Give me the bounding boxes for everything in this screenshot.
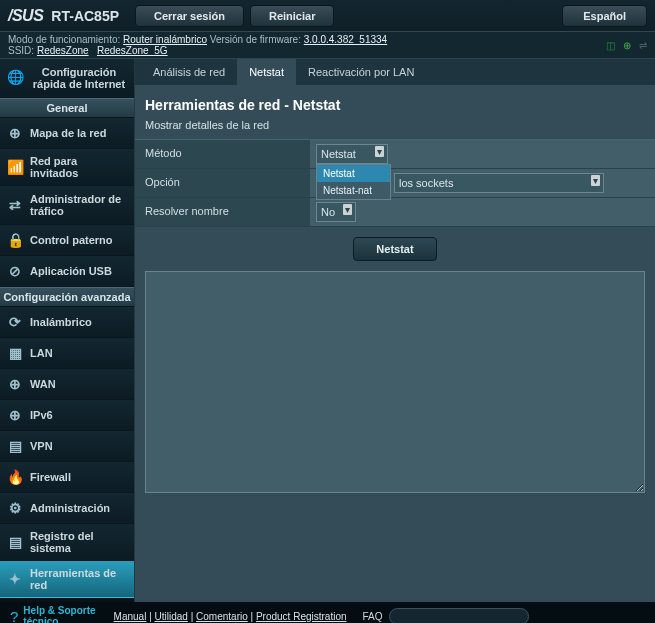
tab-netstat[interactable]: Netstat: [237, 59, 296, 85]
dropdown-opt-netstatnat[interactable]: Netstat-nat: [317, 182, 390, 199]
footer: ? Help & Soportetécnico Manual | Utilida…: [0, 602, 655, 623]
label: Administración: [30, 502, 128, 514]
label: WAN: [30, 378, 128, 390]
faq-search-input[interactable]: [389, 608, 529, 624]
label: Inalámbrico: [30, 316, 128, 328]
option-select[interactable]: los sockets: [394, 173, 604, 193]
sidebar-item-firewall[interactable]: 🔥 Firewall: [0, 462, 134, 493]
sidebar-quick-setup[interactable]: 🌐 Configuración rápida de Internet: [0, 59, 134, 98]
traffic-icon: ⇄: [6, 196, 24, 214]
method-select[interactable]: Netstat: [316, 144, 388, 164]
map-icon: ⊕: [6, 124, 24, 142]
faq-label: FAQ: [363, 611, 383, 622]
sidebar-item-admin[interactable]: ⚙ Administración: [0, 493, 134, 524]
status-icon-1[interactable]: ◫: [606, 40, 615, 51]
wifi-icon: ⟳: [6, 313, 24, 331]
link-utility[interactable]: Utilidad: [155, 611, 188, 622]
globe-icon: 🌐: [6, 69, 24, 87]
sidebar-item-wan[interactable]: ⊕ WAN: [0, 369, 134, 400]
status-bar: Modo de funcionamiento: Router inalámbri…: [0, 32, 655, 59]
usb-app-icon: ⊘: [6, 262, 24, 280]
label: Red para invitados: [30, 155, 128, 179]
vpn-icon: ▤: [6, 437, 24, 455]
lock-icon: 🔒: [6, 231, 24, 249]
lan-icon: ▦: [6, 344, 24, 362]
ssid-value-2: RedesZone_5G: [97, 45, 168, 56]
label: Herramientas de red: [30, 567, 128, 591]
help-icon[interactable]: ?: [10, 608, 18, 624]
label: Mapa de la red: [30, 127, 128, 139]
fw-value[interactable]: 3.0.0.4.382_51334: [304, 34, 387, 45]
tab-bar: Análisis de red Netstat Reactivación por…: [135, 59, 655, 85]
resolve-select[interactable]: No: [316, 202, 356, 222]
row-method-label: Método: [135, 140, 310, 168]
output-area[interactable]: [145, 271, 645, 493]
sidebar-item-syslog[interactable]: ▤ Registro del sistema: [0, 524, 134, 561]
sidebar-item-usb[interactable]: ⊘ Aplicación USB: [0, 256, 134, 287]
sidebar-item-ipv6[interactable]: ⊕ IPv6: [0, 400, 134, 431]
tools-icon: ✦: [6, 570, 24, 588]
label: IPv6: [30, 409, 128, 421]
page-subtitle: Mostrar detalles de la red: [135, 119, 655, 140]
fw-label: Versión de firmware:: [210, 34, 304, 45]
link-feedback[interactable]: Comentario: [196, 611, 248, 622]
label: Aplicación USB: [30, 265, 128, 277]
language-select[interactable]: Español: [562, 5, 647, 27]
label: Firewall: [30, 471, 128, 483]
row-option-label: Opción: [135, 169, 310, 197]
label: Control paterno: [30, 234, 128, 246]
model-name: RT-AC85P: [51, 8, 135, 24]
ssid-label: SSID:: [8, 45, 37, 56]
sidebar-header-general: General: [0, 98, 134, 118]
sidebar-quick-label: Configuración rápida de Internet: [30, 66, 128, 90]
sidebar-item-traffic[interactable]: ⇄ Administrador de tráfico: [0, 186, 134, 225]
mode-label: Modo de funcionamiento:: [8, 34, 123, 45]
row-resolve-label: Resolver nombre: [135, 198, 310, 226]
sidebar-item-nettools[interactable]: ✦ Herramientas de red: [0, 561, 134, 598]
method-dropdown: Netstat Netstat-nat: [316, 164, 391, 200]
link-product-reg[interactable]: Product Registration: [256, 611, 347, 622]
admin-icon: ⚙: [6, 499, 24, 517]
fire-icon: 🔥: [6, 468, 24, 486]
help-label[interactable]: Help & Soportetécnico: [23, 605, 95, 623]
tab-wol[interactable]: Reactivación por LAN: [296, 59, 426, 85]
sidebar-item-wireless[interactable]: ⟳ Inalámbrico: [0, 307, 134, 338]
netstat-button[interactable]: Netstat: [353, 237, 436, 261]
tab-analysis[interactable]: Análisis de red: [141, 59, 237, 85]
status-icon-2[interactable]: ⊕: [623, 40, 631, 51]
sidebar-item-guest[interactable]: 📶 Red para invitados: [0, 149, 134, 186]
ssid-value-1: RedesZone: [37, 45, 89, 56]
label: LAN: [30, 347, 128, 359]
signal-icon: 📶: [6, 158, 24, 176]
sidebar-header-advanced: Configuración avanzada: [0, 287, 134, 307]
dropdown-opt-netstat[interactable]: Netstat: [317, 165, 390, 182]
label: Registro del sistema: [30, 530, 128, 554]
log-icon: ▤: [6, 533, 24, 551]
label: Administrador de tráfico: [30, 193, 128, 217]
sidebar-item-parental[interactable]: 🔒 Control paterno: [0, 225, 134, 256]
sidebar-item-lan[interactable]: ▦ LAN: [0, 338, 134, 369]
link-manual[interactable]: Manual: [114, 611, 147, 622]
wan-icon: ⊕: [6, 375, 24, 393]
footer-links: Manual | Utilidad | Comentario | Product…: [114, 611, 347, 622]
label: VPN: [30, 440, 128, 452]
brand-logo: /SUS: [0, 7, 51, 25]
sidebar-item-map[interactable]: ⊕ Mapa de la red: [0, 118, 134, 149]
logout-button[interactable]: Cerrar sesión: [135, 5, 244, 27]
ipv6-icon: ⊕: [6, 406, 24, 424]
page-title: Herramientas de red - Netstat: [135, 85, 655, 119]
reboot-button[interactable]: Reiniciar: [250, 5, 334, 27]
sidebar: 🌐 Configuración rápida de Internet Gener…: [0, 59, 135, 602]
mode-value[interactable]: Router inalámbrico: [123, 34, 207, 45]
sidebar-item-vpn[interactable]: ▤ VPN: [0, 431, 134, 462]
usb-icon[interactable]: ⇌: [639, 40, 647, 51]
